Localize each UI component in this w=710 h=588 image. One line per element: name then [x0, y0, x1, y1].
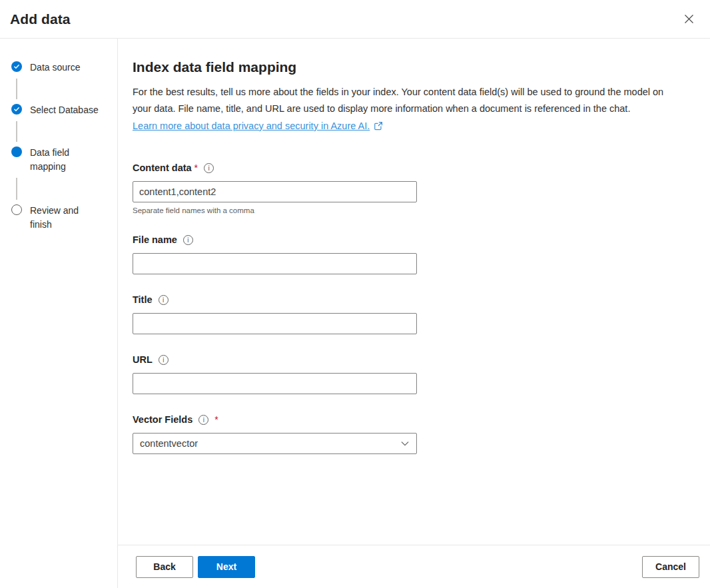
info-icon[interactable]: i: [204, 163, 214, 173]
wizard-sidebar: Data source Select Database Data field m…: [0, 39, 118, 588]
back-button[interactable]: Back: [136, 556, 193, 578]
cancel-button[interactable]: Cancel: [642, 556, 699, 578]
learn-more-row: Learn more about data privacy and securi…: [133, 117, 677, 134]
close-icon: [684, 14, 694, 24]
required-asterisk: *: [194, 162, 198, 173]
title-label: Title: [133, 294, 153, 305]
vector-fields-label: Vector Fields: [133, 414, 192, 425]
wizard-step-data-source[interactable]: Data source: [11, 61, 117, 75]
close-button[interactable]: [679, 10, 698, 29]
main-panel: Index data field mapping For the best re…: [118, 39, 710, 545]
field-mapping-form: Content data * i Separate field names wi…: [133, 161, 677, 454]
info-icon[interactable]: i: [198, 415, 208, 425]
vector-fields-dropdown[interactable]: contentvector: [133, 433, 417, 454]
step-label: Review and finish: [30, 204, 101, 232]
field-file-name: File name i: [133, 233, 677, 274]
page-title: Index data field mapping: [133, 59, 677, 75]
field-url: URL i: [133, 353, 677, 394]
info-icon[interactable]: i: [159, 295, 169, 305]
learn-more-link[interactable]: Learn more about data privacy and securi…: [133, 121, 370, 131]
wizard-step-data-field-mapping[interactable]: Data field mapping: [11, 146, 117, 174]
add-data-dialog: Add data Data source Select Database: [0, 0, 710, 588]
content-data-label: Content data: [133, 162, 192, 173]
step-label: Data field mapping: [30, 146, 101, 174]
step-connector: [16, 121, 17, 142]
dialog-header: Add data: [0, 0, 710, 39]
step-completed-icon: [11, 61, 22, 72]
url-label-row: URL i: [133, 353, 677, 366]
required-asterisk: *: [214, 414, 218, 425]
vector-fields-value: contentvector: [140, 438, 198, 449]
content-data-helper-text: Separate field names with a comma: [133, 206, 677, 214]
title-label-row: Title i: [133, 293, 677, 306]
field-vector-fields: Vector Fields i * contentvector: [133, 413, 677, 454]
url-label: URL: [133, 354, 153, 365]
info-icon[interactable]: i: [159, 355, 169, 365]
chevron-down-icon: [400, 439, 410, 448]
description-text: For the best results, tell us more about…: [133, 84, 677, 117]
content-column: Index data field mapping For the best re…: [118, 39, 710, 588]
step-label: Data source: [30, 61, 101, 75]
wizard-step-select-database[interactable]: Select Database: [11, 103, 117, 117]
step-current-icon: [11, 147, 22, 157]
external-link-icon: [374, 121, 383, 131]
dialog-body: Data source Select Database Data field m…: [0, 39, 710, 588]
step-connector: [16, 178, 17, 200]
step-completed-icon: [11, 104, 22, 115]
title-input[interactable]: [133, 313, 417, 334]
step-connector: [16, 79, 17, 99]
info-icon[interactable]: i: [183, 235, 193, 245]
vector-fields-label-row: Vector Fields i *: [133, 413, 677, 426]
url-input[interactable]: [133, 373, 417, 394]
wizard-step-review-finish[interactable]: Review and finish: [11, 204, 117, 232]
file-name-label-row: File name i: [133, 233, 677, 246]
step-label: Select Database: [30, 103, 101, 117]
dialog-title: Add data: [10, 11, 71, 27]
content-data-label-row: Content data * i: [133, 161, 677, 174]
field-content-data: Content data * i Separate field names wi…: [133, 161, 677, 214]
field-title: Title i: [133, 293, 677, 334]
next-button[interactable]: Next: [198, 556, 255, 578]
step-upcoming-icon: [11, 204, 22, 215]
file-name-label: File name: [133, 234, 177, 245]
dialog-footer: Back Next Cancel: [118, 545, 710, 588]
file-name-input[interactable]: [133, 253, 417, 274]
content-data-input[interactable]: [133, 181, 417, 202]
